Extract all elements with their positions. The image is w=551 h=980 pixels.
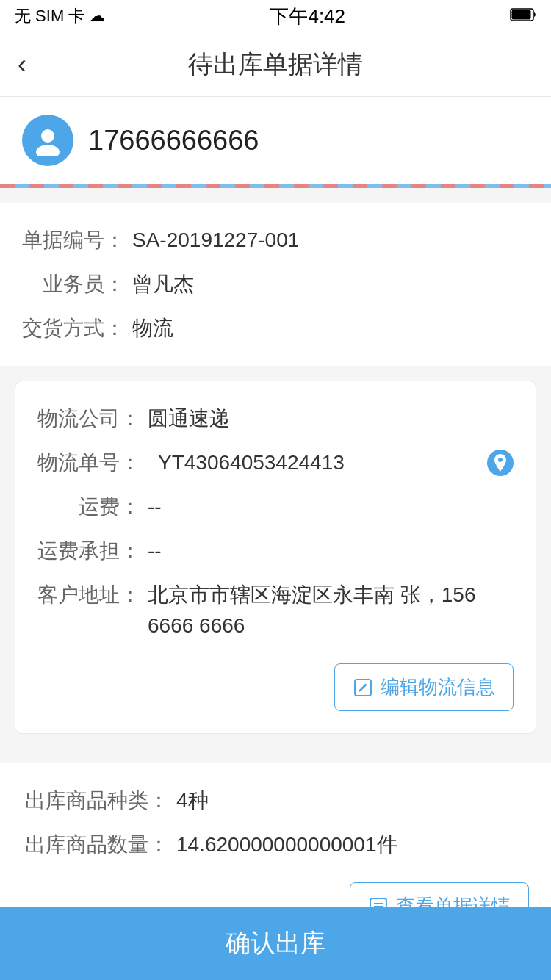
freight-label: 运费： bbox=[37, 491, 140, 522]
product-quantity-row: 出库商品数量： 14.620000000000001件 bbox=[22, 829, 529, 860]
confirm-outbound-button[interactable]: 确认出库 bbox=[0, 926, 551, 960]
delivery-row: 交货方式： 物流 bbox=[22, 313, 529, 344]
order-no-value: SA-20191227-001 bbox=[132, 225, 529, 256]
address-row: 客户地址： 北京市市辖区海淀区永丰南 张，156 6666 6666 bbox=[37, 580, 514, 641]
svg-rect-1 bbox=[512, 10, 531, 20]
order-no-row: 单据编号： SA-20191227-001 bbox=[22, 225, 529, 256]
page-title: 待出库单据详情 bbox=[188, 48, 363, 82]
order-no-label: 单据编号： bbox=[22, 225, 125, 256]
logistics-section: 物流公司： 圆通速递 物流单号： YT43064053424413 运费： --… bbox=[15, 381, 536, 734]
dashed-divider bbox=[0, 184, 551, 188]
status-bar-left: 无 SIM 卡 ☁ bbox=[15, 5, 105, 27]
product-types-value: 4种 bbox=[176, 785, 529, 816]
edit-logistics-button[interactable]: 编辑物流信息 bbox=[334, 663, 514, 711]
user-header: 17666666666 bbox=[0, 97, 551, 184]
no-sim-text: 无 SIM 卡 ☁ bbox=[15, 5, 105, 27]
nav-bar: ‹ 待出库单据详情 bbox=[0, 32, 551, 97]
avatar bbox=[22, 115, 73, 166]
freight-bearer-row: 运费承担： -- bbox=[37, 536, 514, 566]
product-types-row: 出库商品种类： 4种 bbox=[22, 785, 529, 816]
product-quantity-label: 出库商品数量： bbox=[22, 829, 169, 860]
freight-bearer-value: -- bbox=[148, 536, 514, 566]
address-label: 客户地址： bbox=[37, 580, 140, 610]
separator bbox=[0, 734, 551, 749]
battery-text bbox=[510, 7, 536, 26]
product-types-label: 出库商品种类： bbox=[22, 785, 169, 816]
back-button[interactable]: ‹ bbox=[18, 51, 26, 78]
user-phone: 17666666666 bbox=[88, 125, 259, 156]
logistics-company-label: 物流公司： bbox=[37, 403, 140, 434]
freight-row: 运费： -- bbox=[37, 491, 514, 522]
status-bar-time: 下午4:42 bbox=[270, 4, 345, 29]
edit-btn-row: 编辑物流信息 bbox=[37, 663, 514, 711]
svg-point-3 bbox=[36, 145, 60, 156]
freight-bearer-label: 运费承担： bbox=[37, 536, 140, 566]
freight-value: -- bbox=[148, 491, 514, 522]
edit-logistics-label: 编辑物流信息 bbox=[381, 674, 495, 700]
delivery-label: 交货方式： bbox=[22, 313, 125, 344]
order-info-section: 单据编号： SA-20191227-001 业务员： 曾凡杰 交货方式： 物流 bbox=[0, 203, 551, 366]
svg-point-2 bbox=[41, 129, 54, 143]
product-quantity-value: 14.620000000000001件 bbox=[176, 829, 529, 860]
salesperson-row: 业务员： 曾凡杰 bbox=[22, 269, 529, 300]
status-bar: 无 SIM 卡 ☁ 下午4:42 bbox=[0, 0, 551, 32]
status-bar-right bbox=[510, 7, 536, 26]
salesperson-label: 业务员： bbox=[22, 269, 125, 300]
tracking-value: YT43064053424413 bbox=[158, 447, 477, 478]
logistics-company-row: 物流公司： 圆通速递 bbox=[37, 403, 514, 434]
tracking-row: 物流单号： YT43064053424413 bbox=[37, 447, 514, 478]
bottom-bar: 确认出库 bbox=[0, 907, 551, 980]
location-icon[interactable] bbox=[487, 450, 514, 476]
logistics-company-value: 圆通速递 bbox=[148, 403, 514, 434]
address-value: 北京市市辖区海淀区永丰南 张，156 6666 6666 bbox=[148, 580, 514, 641]
tracking-label: 物流单号： bbox=[37, 447, 140, 478]
delivery-value: 物流 bbox=[132, 313, 529, 344]
salesperson-value: 曾凡杰 bbox=[132, 269, 529, 300]
